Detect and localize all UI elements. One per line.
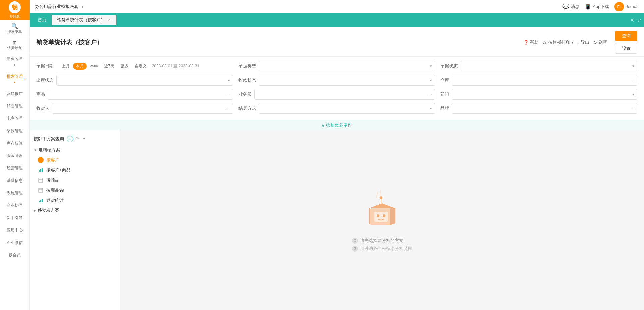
sidebar-item-appstore[interactable]: 应用中心: [0, 224, 29, 237]
date-btn-last-month[interactable]: 上月: [59, 62, 72, 70]
export-btn[interactable]: ↓ 导出: [577, 39, 590, 45]
help-btn[interactable]: ❓ 帮助: [523, 39, 539, 45]
goods-input[interactable]: ···: [48, 89, 233, 100]
collapse-icon: ∧: [321, 123, 325, 128]
edit-scheme-btn[interactable]: ✎: [76, 136, 80, 142]
sidebar-item-retail[interactable]: 零售管理 ▼: [0, 53, 29, 70]
goods-label: 商品: [36, 91, 45, 97]
date-btn-this-year[interactable]: 本年: [87, 62, 101, 70]
sidebar-logo[interactable]: 畅 标账版: [0, 0, 30, 20]
sidebar-item-sales[interactable]: 销售管理: [0, 100, 29, 112]
settlement-select[interactable]: ▾: [259, 103, 435, 114]
sidebar-item-operation[interactable]: 经营管理: [0, 162, 29, 174]
pay-status-select[interactable]: ▾: [259, 75, 435, 86]
svg-rect-9: [39, 201, 40, 202]
sidebar-search[interactable]: 🔍 搜索菜单: [0, 20, 29, 37]
setting-button[interactable]: 设置: [615, 43, 637, 54]
date-btn-this-month[interactable]: 本月: [73, 63, 87, 70]
collapse-panel-btn[interactable]: «: [83, 136, 86, 142]
scheme-goods-label: 按商品: [46, 177, 59, 183]
tab-maximize-btn[interactable]: ⤢: [637, 17, 641, 23]
scheme-item-by-customer[interactable]: 按客户: [30, 155, 120, 165]
tab-home[interactable]: 首页: [32, 15, 52, 25]
print-icon: 🖨: [543, 40, 547, 45]
desktop-scheme-header[interactable]: ▼ 电脑端方案: [30, 145, 120, 155]
help-label: 帮助: [530, 39, 539, 45]
scheme-item-refund[interactable]: 退货统计: [30, 195, 120, 205]
sidebar-item-inventory[interactable]: 库存核算: [0, 137, 29, 150]
department-select[interactable]: ▾: [452, 89, 637, 100]
date-btn-last7[interactable]: 近7天: [101, 62, 117, 70]
app-download-label: App下载: [593, 4, 609, 10]
scheme-item-by-goods[interactable]: 按商品: [30, 175, 120, 185]
print-label: 按模板打印: [548, 39, 570, 45]
app-download-btn[interactable]: 📱 App下载: [585, 3, 609, 10]
scheme-item-by-goods-99[interactable]: 按商品99: [30, 185, 120, 195]
message-icon: 💬: [562, 3, 569, 10]
desktop-scheme-group: ▼ 电脑端方案 按客户 按客户+商品: [30, 145, 120, 205]
tab-close-icon[interactable]: ✕: [108, 18, 111, 22]
svg-rect-6: [39, 188, 43, 192]
sidebar-item-corp[interactable]: 企业协同: [0, 199, 29, 212]
sidebar-item-wechat[interactable]: 企业微信: [0, 237, 29, 249]
hint-num-2: ②: [352, 246, 358, 252]
hint-list: ① 请先选择要分析的方案 ② 用过滤条件来缩小分析范围: [352, 238, 412, 254]
scheme-table-icon: [38, 177, 44, 183]
chevron-up-icon: ▲: [13, 81, 16, 84]
tab-sales-stat[interactable]: 销货单统计表（按客户） ✕: [52, 15, 116, 25]
left-panel: 按以下方案查询 + ✎ « ▼ 电脑端方案 按客户: [30, 130, 120, 310]
left-panel-title: 按以下方案查询: [34, 136, 64, 142]
query-button[interactable]: 查询: [615, 31, 637, 41]
user-profile[interactable]: Ea demo2: [614, 2, 639, 11]
print-btn[interactable]: 🖨 按模板打印 ▾: [543, 39, 573, 45]
refresh-icon: ↻: [593, 40, 597, 45]
svg-rect-0: [39, 170, 40, 172]
dept-chevron: ▾: [632, 92, 634, 97]
date-btn-custom[interactable]: 自定义: [132, 62, 149, 70]
header-dropdown-icon[interactable]: ▾: [81, 4, 84, 9]
add-scheme-btn[interactable]: +: [67, 136, 73, 142]
right-main: ① 请先选择要分析的方案 ② 用过滤条件来缩小分析范围: [120, 130, 644, 310]
ship-status-select[interactable]: ▾: [56, 75, 233, 86]
message-btn[interactable]: 💬 消息: [562, 3, 579, 10]
sidebar-quick-nav[interactable]: ⊞ 快捷导航: [0, 37, 29, 53]
collapse-bar[interactable]: ∧ 收起更多条件: [30, 120, 644, 130]
department-label: 部门: [440, 91, 449, 97]
doc-status-select[interactable]: ▾: [461, 61, 637, 71]
sidebar-item-marketing[interactable]: 营销推广: [0, 88, 29, 100]
sidebar-item-system[interactable]: 系统管理: [0, 187, 29, 199]
pay-status-label: 收款状态: [238, 77, 256, 83]
sidebar-item-finance[interactable]: 资金管理: [0, 150, 29, 162]
brand-input[interactable]: ···: [452, 103, 637, 114]
refresh-btn[interactable]: ↻ 刷新: [593, 39, 607, 45]
sidebar-item-member[interactable]: 畅会员: [0, 249, 29, 261]
tabbar: 首页 销货单统计表（按客户） ✕ ✕ ⤢: [30, 13, 644, 27]
tab-sales-stat-label: 销货单统计表（按客户）: [57, 17, 105, 23]
desktop-scheme-label: 电脑端方案: [38, 147, 60, 153]
message-label: 消息: [571, 4, 579, 10]
sidebar-item-purchase[interactable]: 采购管理: [0, 125, 29, 137]
filter-section: 单据日期 上月 本月 本年 近7天 更多 自定义 2023-03-01 至 20…: [30, 57, 644, 120]
svg-rect-10: [40, 200, 41, 202]
sidebar-item-ecommerce[interactable]: 电商管理: [0, 112, 29, 125]
receiver-input[interactable]: ···: [52, 103, 233, 114]
salesperson-label: 业务员: [238, 91, 252, 97]
page-actions: ❓ 帮助 🖨 按模板打印 ▾ ↓ 导出 ↻ 刷新 查询: [523, 31, 638, 54]
tabbar-actions: ✕ ⤢: [630, 17, 641, 23]
warehouse-label: 仓库: [440, 77, 449, 83]
scheme-customer-goods-label: 按客户+商品: [46, 167, 71, 173]
goods-ellipsis: ···: [226, 92, 230, 97]
tab-close-all-btn[interactable]: ✕: [630, 17, 634, 23]
scheme-item-by-customer-goods[interactable]: 按客户+商品: [30, 165, 120, 175]
sidebar-item-newbie[interactable]: 新手引导: [0, 212, 29, 224]
date-btn-more[interactable]: 更多: [118, 62, 131, 70]
doc-type-select[interactable]: ▾: [259, 61, 435, 71]
mobile-scheme-header[interactable]: ▶ 移动端方案: [30, 205, 120, 215]
doc-type-label: 单据类型: [238, 63, 256, 69]
sidebar-item-wholesale[interactable]: 批发管理 ▲: [0, 70, 29, 88]
doc-status-label: 单据状态: [440, 63, 458, 69]
sidebar-item-basic[interactable]: 基础信息: [0, 174, 29, 187]
mobile-scheme-chevron: ▶: [34, 209, 36, 212]
salesperson-input[interactable]: ···: [254, 89, 435, 100]
warehouse-input[interactable]: ···: [452, 75, 637, 86]
